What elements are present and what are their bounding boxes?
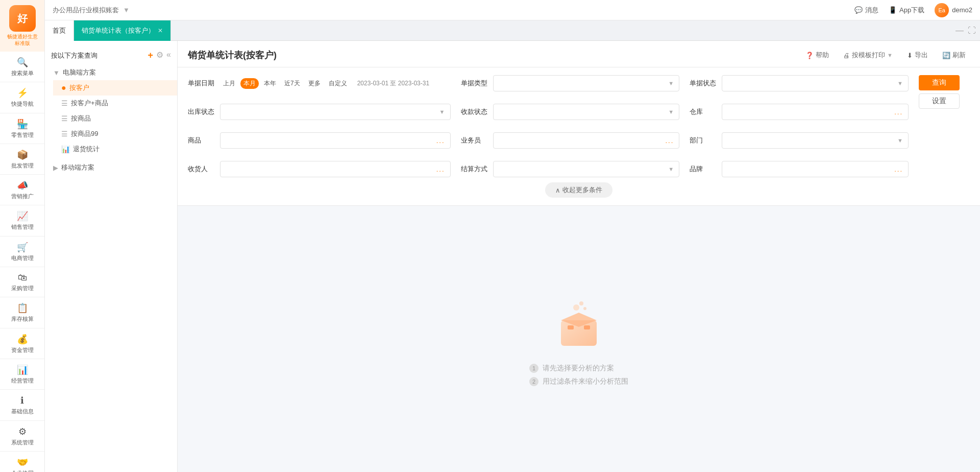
date-tab-last-month[interactable]: 上月 xyxy=(220,78,238,89)
topbar-right: 💬 消息 📱 App下载 Ea demo2 xyxy=(854,3,972,17)
collapse-more-btn[interactable]: ∧ 收起更多条件 xyxy=(545,182,612,198)
sidebar-label-12: 系统管理 xyxy=(11,439,34,446)
sidebar-icon-5: 📈 xyxy=(17,210,28,222)
goods-control[interactable]: ... xyxy=(220,132,451,149)
svg-marker-1 xyxy=(561,313,597,320)
salesman-control[interactable]: ... xyxy=(493,132,680,149)
date-tab-custom[interactable]: 自定义 xyxy=(326,78,350,89)
tree-expand-icon-mobile: ▶ xyxy=(53,164,58,172)
print-icon: 🖨 xyxy=(843,52,850,59)
sidebar-item-7[interactable]: 🛍采购管理 xyxy=(0,267,44,297)
sidebar-icon-12: ⚙ xyxy=(18,426,27,437)
sidebar-item-13[interactable]: 🤝企业协同 xyxy=(0,452,44,472)
app-icon: 📱 xyxy=(889,6,897,14)
avatar: Ea xyxy=(935,3,949,17)
sidebar-label-5: 销售管理 xyxy=(11,223,34,230)
tree-child-goods99[interactable]: ☰ 按商品99 xyxy=(53,126,177,141)
settings-button[interactable]: 设置 xyxy=(919,93,960,109)
tab-minimize-icon[interactable]: — xyxy=(955,26,964,35)
receiver-label: 收货人 xyxy=(188,164,216,174)
sidebar-item-11[interactable]: ℹ基础信息 xyxy=(0,390,44,420)
add-scheme-btn[interactable]: + xyxy=(148,50,154,61)
sidebar-item-0[interactable]: 🔍搜索菜单 xyxy=(0,52,44,82)
empty-state: 1 请先选择要分析的方案 2 用过滤条件来缩小分析范围 xyxy=(178,206,980,472)
tree-child-customer-goods[interactable]: ☰ 按客户+商品 xyxy=(53,96,177,111)
sidebar-item-12[interactable]: ⚙系统管理 xyxy=(0,421,44,452)
tree-child-by-customer[interactable]: ● 按客户 xyxy=(53,80,177,96)
sidebar-item-10[interactable]: 📊经营管理 xyxy=(0,359,44,390)
sidebar-item-8[interactable]: 📋库存核算 xyxy=(0,297,44,328)
salesman-label: 业务员 xyxy=(461,136,489,145)
active-dot-icon: ● xyxy=(61,83,66,92)
refresh-btn[interactable]: 🔄 刷新 xyxy=(938,49,970,62)
tree-child-label-customer-goods: 按客户+商品 xyxy=(71,99,108,108)
single-type-control[interactable]: ▼ xyxy=(493,75,680,91)
sidebar-item-3[interactable]: 📦批发管理 xyxy=(0,144,44,175)
user-area[interactable]: Ea demo2 xyxy=(935,3,972,17)
sidebar-item-2[interactable]: 🏪零售管理 xyxy=(0,113,44,144)
single-status-control[interactable]: ▼ xyxy=(722,75,909,91)
svg-rect-3 xyxy=(568,325,574,329)
sidebar-label-11: 基础信息 xyxy=(11,408,34,415)
top-selector-arrow[interactable]: ▼ xyxy=(123,6,130,14)
date-tab-this-month[interactable]: 本月 xyxy=(240,78,259,89)
dept-control[interactable]: ▼ xyxy=(722,132,909,149)
message-label: 消息 xyxy=(865,6,878,15)
goods-label: 商品 xyxy=(188,136,216,145)
date-tab-more[interactable]: 更多 xyxy=(305,78,324,89)
collect-status-control[interactable]: ▼ xyxy=(493,104,680,120)
top-selector-label: 办公用品行业模拟账套 xyxy=(53,6,119,15)
tree-child-goods[interactable]: ☰ 按商品 xyxy=(53,111,177,126)
print-btn[interactable]: 🖨 按模板打印 ▼ xyxy=(839,49,897,62)
message-action[interactable]: 💬 消息 xyxy=(854,6,878,15)
topbar-left: 办公用品行业模拟账套 ▼ xyxy=(53,6,130,15)
date-tab-7days[interactable]: 近7天 xyxy=(281,78,303,89)
filter-row-receiver: 收货人 ... 结算方式 ▼ xyxy=(188,161,909,177)
tab-home[interactable]: 首页 xyxy=(45,20,74,41)
filter-item-type: 单据类型 ▼ xyxy=(461,75,680,91)
sidebar-label-7: 采购管理 xyxy=(11,285,34,292)
tab-maximize-icon[interactable]: ⛶ xyxy=(968,26,976,35)
tab-close-icon[interactable]: ✕ xyxy=(158,27,163,34)
sidebar-item-4[interactable]: 📣营销推广 xyxy=(0,175,44,205)
sidebar-icon-8: 📋 xyxy=(17,302,28,314)
sidebar-item-9[interactable]: 💰资金管理 xyxy=(0,328,44,359)
sidebar-item-1[interactable]: ⚡快捷导航 xyxy=(0,82,44,113)
btn-group: 查询 设置 xyxy=(909,75,970,109)
filter-date-control: 上月 本月 本年 近7天 更多 自定义 2023-03-01 至 2023-03… xyxy=(220,78,451,89)
tree-item-desktop[interactable]: ▼ 电脑端方案 xyxy=(45,65,177,80)
tree-child-return-stats[interactable]: 📊 退货统计 xyxy=(53,141,177,157)
help-btn[interactable]: ❓ 帮助 xyxy=(801,49,833,62)
date-tab-this-year[interactable]: 本年 xyxy=(261,78,279,89)
sidebar-label-2: 零售管理 xyxy=(11,131,34,138)
sidebar-label-10: 经营管理 xyxy=(11,377,34,384)
filter-rows-main: 单据日期 上月 本月 本年 近7天 更多 自定义 xyxy=(188,75,909,177)
query-button[interactable]: 查询 xyxy=(919,75,960,90)
sidebar-label-3: 批发管理 xyxy=(11,162,34,169)
export-btn[interactable]: ⬇ 导出 xyxy=(903,49,932,62)
settings-scheme-btn[interactable]: ⚙ xyxy=(156,50,163,61)
sidebar-icon-6: 🛒 xyxy=(17,242,28,253)
brand-control[interactable]: ... xyxy=(722,161,909,177)
sidebar-item-5[interactable]: 📈销售管理 xyxy=(0,205,44,236)
app-download-action[interactable]: 📱 App下载 xyxy=(889,6,924,15)
tree-item-mobile[interactable]: ▶ 移动端方案 xyxy=(45,160,177,175)
collapse-panel-btn[interactable]: « xyxy=(166,50,171,61)
right-content: 销货单统计表(按客户) ❓ 帮助 🖨 按模板打印 ▼ ⬇ 导出 xyxy=(178,41,980,472)
receiver-control[interactable]: ... xyxy=(220,161,451,177)
warehouse-control[interactable]: ... xyxy=(722,104,909,120)
warehouse-label: 仓库 xyxy=(690,107,718,116)
collect-status-label: 收款状态 xyxy=(461,107,489,116)
out-status-control[interactable]: ▼ xyxy=(220,104,451,120)
collapse-arrow-icon: ∧ xyxy=(555,186,560,194)
svg-point-7 xyxy=(583,307,586,310)
sidebar-item-6[interactable]: 🛒电商管理 xyxy=(0,237,44,267)
settle-control[interactable]: ▼ xyxy=(493,161,680,177)
collect-status-arrow: ▼ xyxy=(668,109,674,115)
tree-expand-icon: ▼ xyxy=(53,69,60,77)
filter-item-date: 单据日期 上月 本月 本年 近7天 更多 自定义 xyxy=(188,78,451,89)
tip-num-1: 1 xyxy=(529,364,538,373)
left-panel-header: 按以下方案查询 + ⚙ « xyxy=(45,46,177,65)
tree-child-label-goods: 按商品 xyxy=(71,114,91,123)
tab-sales-stats[interactable]: 销货单统计表（按客户） ✕ xyxy=(74,20,171,41)
